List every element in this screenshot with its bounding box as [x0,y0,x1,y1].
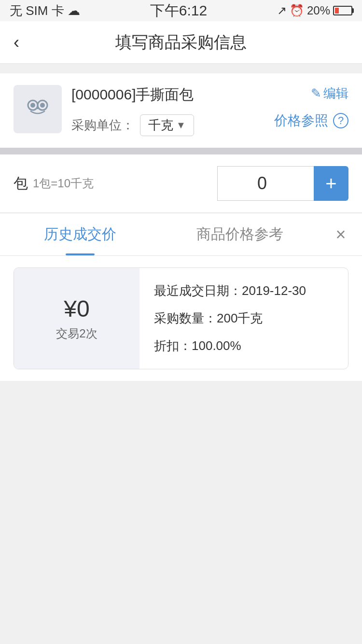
status-time: 下午6:12 [150,1,207,21]
battery-percent: 20% [307,4,330,17]
history-qty-label: 采购数量： [154,311,217,325]
product-info: [0000006]手撕面包 采购单位： 千克 ▼ [71,85,194,136]
main-background [0,381,362,644]
tab-close-button[interactable]: × [320,213,362,256]
tab-price-ref[interactable]: 商品价格参考 [160,213,320,255]
history-discount-row: 折扣：100.00% [154,336,334,355]
gray-separator [0,148,362,154]
quantity-row: 包 1包=10千克 + [0,154,362,212]
history-card: ¥0 交易2次 最近成交日期：2019-12-30 采购数量：200千克 折扣：… [14,267,348,369]
nav-bar: ‹ 填写商品采购信息 [0,21,362,64]
history-trades: 交易2次 [56,326,97,341]
history-left: ¥0 交易2次 [14,268,139,369]
history-discount-label: 折扣： [154,338,192,353]
purchase-unit-row: 采购单位： 千克 ▼ [71,114,194,136]
history-date-value: 2019-12-30 [242,283,306,298]
product-thumbnail [14,85,62,133]
history-qty-row: 采购数量：200千克 [154,309,334,328]
close-icon: × [335,224,346,245]
history-qty-value: 200千克 [217,311,263,325]
sim-status: 无 SIM 卡 ☁ [10,2,80,19]
unit-chevron-icon: ▼ [176,120,186,131]
product-card: [0000006]手撕面包 采购单位： 千克 ▼ ✎ 编辑 价格参照 ? [0,73,362,148]
alarm-icon: ⏰ [290,4,304,17]
unit-select[interactable]: 千克 ▼ [140,114,194,136]
product-right: ✎ 编辑 价格参照 ? [274,85,348,130]
unit-conversion: 1包=10千克 [33,176,94,191]
quantity-input[interactable] [217,166,314,201]
tab-history-price[interactable]: 历史成交价 [0,213,160,255]
history-date-label: 最近成交日期： [154,283,242,298]
status-left: 无 SIM 卡 ☁ [10,2,80,19]
history-price: ¥0 [64,295,89,322]
back-button[interactable]: ‹ [14,32,19,53]
battery-indicator [333,6,352,15]
unit-badge: 包 [14,174,28,194]
product-name: [0000006]手撕面包 [71,85,194,105]
svg-point-2 [30,103,35,108]
location-icon: ↗ [277,4,287,17]
edit-label: 编辑 [323,85,348,102]
product-left: [0000006]手撕面包 采购单位： 千克 ▼ [14,85,194,136]
unit-select-text: 千克 [148,117,173,134]
page-title: 填写商品采购信息 [115,31,247,54]
status-bar: 无 SIM 卡 ☁ 下午6:12 ↗ ⏰ 20% [0,0,362,21]
price-ref-button[interactable]: 价格参照 [274,112,328,130]
svg-point-3 [40,103,45,108]
owl-logo-icon [23,95,52,124]
purchase-unit-label: 采购单位： [71,117,134,134]
history-content: ¥0 交易2次 最近成交日期：2019-12-30 采购数量：200千克 折扣：… [0,256,362,381]
history-right: 最近成交日期：2019-12-30 采购数量：200千克 折扣：100.00% [139,268,348,369]
edit-icon: ✎ [311,86,321,101]
tab-bar: 历史成交价 商品价格参考 × [0,213,362,256]
status-right: ↗ ⏰ 20% [277,4,352,17]
qty-control: + [217,166,348,201]
product-header: [0000006]手撕面包 采购单位： 千克 ▼ ✎ 编辑 价格参照 ? [14,85,348,136]
tab-price-ref-label: 商品价格参考 [196,224,283,244]
unit-info: 包 1包=10千克 [14,174,94,194]
tab-history-label: 历史成交价 [44,224,116,244]
quantity-plus-button[interactable]: + [314,166,348,201]
history-discount-value: 100.00% [192,338,241,353]
edit-button[interactable]: ✎ 编辑 [311,85,348,102]
history-date-row: 最近成交日期：2019-12-30 [154,281,334,300]
price-ref-help-icon[interactable]: ? [333,113,348,128]
price-ref-row: 价格参照 ? [274,112,348,130]
bottom-panel: 历史成交价 商品价格参考 × ¥0 交易2次 最近成交日期：2019-12-30… [0,212,362,381]
